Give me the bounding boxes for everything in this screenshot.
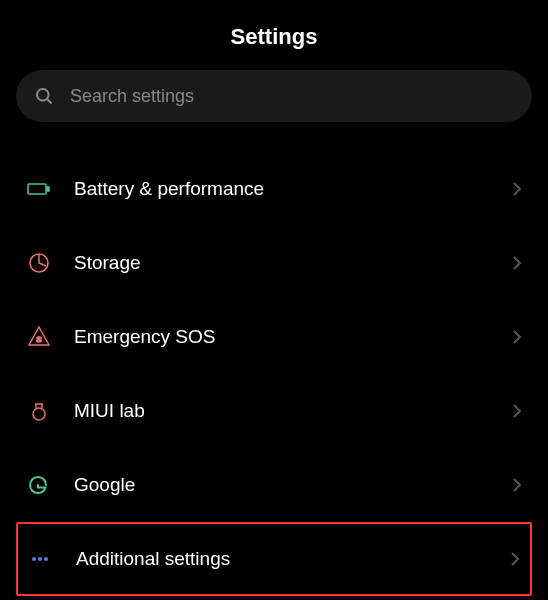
google-icon <box>26 473 74 497</box>
settings-item-additional[interactable]: Additional settings <box>16 522 532 596</box>
svg-point-7 <box>32 557 36 561</box>
chevron-right-icon <box>512 255 522 271</box>
lab-icon <box>26 398 74 424</box>
more-icon <box>28 547 76 571</box>
svg-text:S: S <box>36 335 41 344</box>
svg-point-6 <box>33 408 45 420</box>
emergency-icon: S <box>26 324 74 350</box>
settings-item-label: MIUI lab <box>74 400 512 422</box>
storage-icon <box>26 250 74 276</box>
settings-item-label: Emergency SOS <box>74 326 512 348</box>
settings-list: Battery & performance Storage S <box>0 152 548 596</box>
chevron-right-icon <box>512 403 522 419</box>
battery-icon <box>26 176 74 202</box>
svg-rect-3 <box>47 187 49 191</box>
chevron-right-icon <box>512 477 522 493</box>
svg-point-8 <box>38 557 42 561</box>
svg-rect-2 <box>28 184 46 194</box>
svg-point-9 <box>44 557 48 561</box>
settings-item-label: Google <box>74 474 512 496</box>
settings-item-emergency[interactable]: S Emergency SOS <box>16 300 532 374</box>
chevron-right-icon <box>510 551 520 567</box>
settings-item-label: Storage <box>74 252 512 274</box>
settings-item-label: Additional settings <box>76 548 510 570</box>
page-title: Settings <box>0 24 548 50</box>
header: Settings <box>0 0 548 70</box>
svg-line-1 <box>47 99 51 103</box>
chevron-right-icon <box>512 181 522 197</box>
svg-point-0 <box>37 89 49 101</box>
settings-item-storage[interactable]: Storage <box>16 226 532 300</box>
settings-item-google[interactable]: Google <box>16 448 532 522</box>
settings-item-label: Battery & performance <box>74 178 512 200</box>
search-icon <box>34 86 54 106</box>
settings-item-battery[interactable]: Battery & performance <box>16 152 532 226</box>
search-bar[interactable]: Search settings <box>16 70 532 122</box>
search-placeholder: Search settings <box>70 86 194 107</box>
chevron-right-icon <box>512 329 522 345</box>
settings-item-miui-lab[interactable]: MIUI lab <box>16 374 532 448</box>
